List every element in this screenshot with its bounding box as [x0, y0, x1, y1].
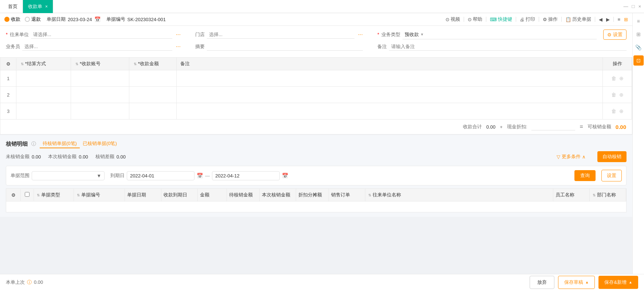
td-operation-3: 🗑 ⊕: [603, 103, 632, 119]
store-more-btn[interactable]: ···: [358, 31, 363, 38]
print-btn[interactable]: 🖨 打印: [520, 16, 535, 23]
th-remark: 备注: [177, 58, 603, 70]
filter-settings-btn[interactable]: 设置: [601, 170, 622, 181]
td-remark-1[interactable]: [177, 70, 603, 86]
filter-icon: ▽: [557, 154, 560, 160]
minimize-icon[interactable]: —: [624, 4, 628, 9]
delete-icon-1[interactable]: 🗑: [611, 75, 616, 81]
delete-icon-2[interactable]: 🗑: [611, 92, 616, 98]
settings-btn[interactable]: ⚙ 设置: [603, 30, 627, 40]
discount-input[interactable]: [531, 123, 575, 130]
draft-btn[interactable]: 保存草稿 ▲: [558, 276, 595, 289]
range-field: 单据范围 ▼: [11, 171, 105, 180]
history-btn[interactable]: 📋 历史单据: [565, 16, 591, 23]
layout-icon[interactable]: ≡: [617, 17, 620, 22]
bottom-info-icon[interactable]: ⓘ: [27, 279, 32, 286]
td-remark-3[interactable]: [177, 103, 603, 119]
tab-links: 待核销单据(0笔) 已核销单据(0笔): [40, 140, 120, 148]
pending-tab[interactable]: 待核销单据(0笔): [40, 140, 80, 148]
sidebar-icon-3[interactable]: 📎: [633, 42, 644, 52]
close-icon[interactable]: ×: [638, 4, 641, 9]
save-btn[interactable]: 保存&新增 ▲: [598, 276, 638, 289]
delete-icon-3[interactable]: 🗑: [611, 108, 616, 114]
bottom-label: 本单上次: [6, 279, 25, 286]
th-gear[interactable]: ⚙: [0, 58, 16, 70]
right-sidebar: ≡ ⊞ 📎 ⊡: [632, 13, 644, 290]
draft-btn-label: 保存草稿: [564, 279, 583, 286]
calendar-icon[interactable]: 📅: [94, 16, 101, 22]
cal-icon-to[interactable]: 📅: [282, 173, 288, 179]
td-idx-2: 2: [0, 87, 16, 103]
shortcut-btn[interactable]: ⌨ 快捷键: [490, 16, 512, 23]
td-remark-2[interactable]: [177, 87, 603, 103]
docno-value[interactable]: SK-20230324-001: [127, 17, 166, 22]
td-amount-3[interactable]: [129, 103, 177, 119]
td-account-1[interactable]: [71, 70, 129, 86]
td-account-3[interactable]: [71, 103, 129, 119]
refund-radio[interactable]: 退款: [25, 16, 41, 23]
refund-radio-label: 退款: [31, 16, 41, 23]
tab-close-icon[interactable]: ×: [45, 4, 48, 9]
partner-input[interactable]: [31, 31, 172, 39]
partner-label: * 往来单位: [6, 31, 29, 38]
business-value: 预收款: [405, 31, 419, 38]
note-input[interactable]: [389, 43, 627, 51]
grid-icon[interactable]: ⊞: [624, 17, 628, 22]
copy-icon-3[interactable]: ⊕: [619, 108, 624, 114]
date-value[interactable]: 2023-03-24: [68, 17, 92, 22]
current-stat: 本次核销金额 0.00: [48, 153, 88, 160]
verification-section: 核销明细 ⓘ 待核销单据(0笔) 已核销单据(0笔) 未核销金额 0.00 本次…: [0, 135, 632, 217]
copy-icon-1[interactable]: ⊕: [619, 75, 624, 81]
sth-cb[interactable]: [21, 189, 34, 201]
more-conditions-btn[interactable]: ▽ 更多条件 ∧: [557, 153, 586, 160]
copy-icon-2[interactable]: ⊕: [619, 92, 624, 98]
due-date-to[interactable]: [212, 171, 280, 180]
sth-gear[interactable]: ⚙: [6, 189, 21, 201]
receipt-radio[interactable]: 收款: [4, 16, 20, 23]
help-btn[interactable]: ⊙ 帮助: [468, 16, 482, 23]
info-icon[interactable]: ⓘ: [31, 141, 36, 147]
business-field: * 业务类型 预收款 ▼ ⚙ 设置: [363, 30, 627, 40]
th-settlement: ⇅ *结算方式: [16, 58, 71, 70]
abstract-input[interactable]: [207, 43, 363, 51]
business-select[interactable]: 预收款 ▼: [402, 30, 597, 39]
next-icon[interactable]: ▶: [606, 17, 610, 22]
docno-label: 单据编号: [106, 16, 125, 23]
sth-discount: 折扣分摊额: [296, 189, 329, 201]
range-select[interactable]: ▼: [32, 171, 105, 180]
tab-home[interactable]: 首页: [3, 0, 23, 13]
docno-field: 单据编号 SK-20230324-001: [106, 16, 166, 23]
select-all-checkbox[interactable]: [25, 192, 30, 197]
table-row: 2 🗑 ⊕: [0, 87, 632, 103]
partner-more-btn[interactable]: ···: [176, 31, 181, 38]
td-settlement-2[interactable]: [16, 87, 71, 103]
range-dropdown-icon: ▼: [97, 173, 101, 179]
video-btn[interactable]: ⊙ 视频: [445, 16, 460, 23]
td-amount-2[interactable]: [129, 87, 177, 103]
store-input[interactable]: [207, 31, 354, 39]
query-btn[interactable]: 查询: [574, 170, 596, 181]
staff-more-btn[interactable]: ···: [176, 43, 181, 50]
maximize-icon[interactable]: □: [632, 4, 635, 9]
td-idx-1: 1: [0, 70, 16, 86]
sidebar-icon-1[interactable]: ≡: [633, 16, 644, 26]
operation-btn[interactable]: ⚙ 操作: [543, 16, 558, 23]
partner-field: * 往来单位 ···: [6, 31, 181, 39]
td-settlement-3[interactable]: [16, 103, 71, 119]
done-tab[interactable]: 已核销单据(0笔): [80, 140, 120, 148]
due-date-field: 到期日 📅 — 📅: [110, 171, 288, 180]
sth-duedate: 收款到期日: [161, 189, 198, 201]
staff-input[interactable]: [22, 43, 172, 51]
td-account-2[interactable]: [71, 87, 129, 103]
discard-btn[interactable]: 放弃: [530, 276, 554, 289]
cal-icon-from[interactable]: 📅: [197, 173, 203, 179]
due-date-from[interactable]: [127, 171, 195, 180]
td-amount-1[interactable]: [129, 70, 177, 86]
second-table-body: [6, 201, 627, 212]
auto-cancel-btn[interactable]: 自动核销: [597, 151, 627, 162]
td-settlement-1[interactable]: [16, 70, 71, 86]
sidebar-icon-2[interactable]: ⊞: [633, 29, 644, 39]
tab-receipt[interactable]: 收款单 ×: [23, 0, 53, 13]
prev-icon[interactable]: ◀: [599, 17, 602, 22]
sidebar-icon-4[interactable]: ⊡: [633, 55, 644, 66]
